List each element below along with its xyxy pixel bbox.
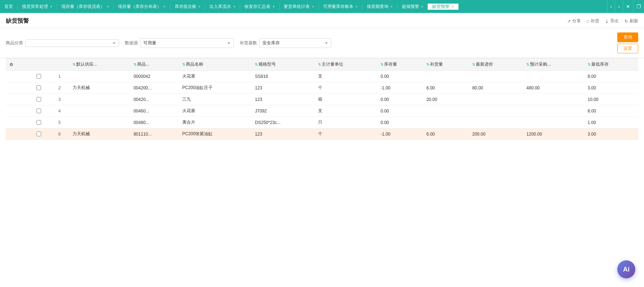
shortage-warning-table: ⚙⇅默认供应...⇅商品...⇅商品名称⇅规格型号⇅主计量单位⇅库存量⇅补货量⇅… [6, 58, 638, 140]
sort-icon-min_stock: ⇅ [588, 62, 591, 66]
tab-restore-btn[interactable]: ✕ [623, 0, 633, 13]
col-header-est_purchase[interactable]: ⇅预计采购... [523, 58, 584, 71]
tab-close-shortage-warning[interactable]: × [452, 5, 454, 9]
tab-demand-stats[interactable]: 要货单统计表× [279, 4, 319, 10]
checkbox-cell-2 [27, 94, 51, 105]
tab-label-defect-processing: 拣货异常处理 [22, 4, 48, 10]
col-header-product_name[interactable]: ⇅商品名称 [179, 58, 252, 71]
row-checkbox-0[interactable] [36, 74, 41, 79]
product_name-3: 火花塞 [179, 105, 252, 117]
row-number-5: 6 [50, 128, 69, 140]
tab-maximize-btn[interactable]: ❐ [633, 0, 644, 13]
tab-inventory-status[interactable]: 现存量（库存状况表）× [57, 4, 114, 10]
row-number-4: 5 [50, 117, 69, 128]
tab-close-demand-stats[interactable]: × [312, 5, 314, 9]
sort-icon-latest_price: ⇅ [472, 62, 475, 66]
tab-nav-buttons: ‹ › ✕ ❐ [607, 0, 644, 13]
latest_price-1: 80.00 [469, 82, 523, 94]
tab-close-receipt-summary[interactable]: × [273, 5, 275, 9]
unit-1: 个 [314, 82, 377, 94]
tab-prev-btn[interactable]: ‹ [607, 0, 615, 13]
table-row: 300420...三九123箱0.0020.0010.00 [6, 94, 638, 105]
replenish-basis-select[interactable]: 安全库存 ▼ [259, 38, 331, 48]
row-checkbox-2[interactable] [36, 97, 41, 102]
row-number-2: 3 [50, 94, 69, 105]
filter-action-buttons: 查询 设置 [617, 32, 638, 53]
replenish-action[interactable]: □ 补货 [587, 18, 599, 24]
unit-0: 支 [314, 71, 377, 82]
col-header-replenish_qty[interactable]: ⇅补货量 [423, 58, 469, 71]
row-checkbox-5[interactable] [36, 132, 41, 136]
settings-button[interactable]: 设置 [617, 44, 638, 53]
checkbox-cell-0 [27, 71, 51, 82]
tab-label-receipt-summary: 收发存汇总表 [244, 4, 270, 10]
tab-label-inout-flow: 出入库流水 [209, 4, 231, 10]
replenish-basis-filter-group: 补货基数 安全库存 ▼ [240, 38, 331, 48]
tab-inventory-dist[interactable]: 现存量（库存分布表）× [114, 4, 170, 10]
stock_qty-2: 0.00 [377, 94, 423, 105]
table-row: 400460...火花塞J7092支0.008.00 [6, 105, 638, 117]
table-row: 6力天机械801110...PC200张紧油缸123个-1.006.00200.… [6, 128, 638, 140]
est_purchase-2 [523, 94, 584, 105]
product_code-0: 0000042 [130, 71, 179, 82]
tab-batch-account[interactable]: 库存批次账× [170, 4, 205, 10]
col-header-min_stock[interactable]: ⇅最低库存 [584, 58, 638, 71]
row-number-0: 1 [50, 71, 69, 82]
spec-0: SS816 [251, 71, 314, 82]
tab-close-overstock-warning[interactable]: × [421, 5, 423, 9]
tab-inout-flow[interactable]: 出入库流水× [205, 4, 240, 10]
est_purchase-0 [523, 71, 584, 82]
export-action[interactable]: ⤓ 导出 [605, 18, 619, 24]
query-button[interactable]: 查询 [617, 32, 638, 42]
stock_qty-1: -1.00 [377, 82, 423, 94]
col-header-gear: ⚙ [6, 58, 27, 71]
col-header-unit[interactable]: ⇅主计量单位 [314, 58, 377, 71]
row-checkbox-4[interactable] [36, 120, 41, 125]
row-checkbox-3[interactable] [36, 109, 41, 113]
tab-close-batch-account[interactable]: × [199, 5, 201, 9]
tab-available-ledger[interactable]: 可用量库存账本× [319, 4, 362, 10]
tab-defect-processing[interactable]: 拣货异常处理× [18, 4, 57, 10]
col-header-stock_qty[interactable]: ⇅库存量 [377, 58, 423, 71]
gear-cell-5 [6, 128, 27, 140]
min_stock-0: 8.00 [584, 71, 638, 82]
spec-3: J7092 [251, 105, 314, 117]
category-select[interactable]: ▼ [25, 39, 119, 47]
col-header-spec[interactable]: ⇅规格型号 [251, 58, 314, 71]
tab-expiry-query[interactable]: 保质期查询× [362, 4, 397, 10]
col-header-product_code[interactable]: ⇅商品... [130, 58, 179, 71]
category-dropdown-arrow: ▼ [112, 41, 116, 45]
product_name-4: 离合片 [179, 117, 252, 128]
stock_qty-0: 0.00 [377, 71, 423, 82]
tab-close-inout-flow[interactable]: × [233, 5, 235, 9]
ai-assistant-button[interactable]: Ai [617, 260, 635, 278]
datasource-value: 可用量 [143, 40, 156, 46]
tab-home[interactable]: 首页 [0, 4, 18, 10]
tab-label-home: 首页 [4, 4, 13, 10]
tab-receipt-summary[interactable]: 收发存汇总表× [240, 4, 279, 10]
col-header-default_supplier[interactable]: ⇅默认供应... [69, 58, 130, 71]
tab-next-btn[interactable]: › [615, 0, 623, 13]
replenish_qty-3 [423, 105, 469, 117]
tab-label-batch-account: 库存批次账 [175, 4, 196, 10]
col-header-latest_price[interactable]: ⇅最新进价 [469, 58, 523, 71]
share-icon: ↗ [567, 19, 571, 24]
refresh-action[interactable]: ↻ 刷新 [625, 18, 638, 24]
sort-icon-replenish_qty: ⇅ [426, 62, 429, 66]
tab-close-expiry-query[interactable]: × [391, 5, 393, 9]
share-action[interactable]: ↗ 分享 [567, 18, 581, 24]
stock_qty-3: 0.00 [377, 105, 423, 117]
tab-close-inventory-dist[interactable]: × [164, 5, 166, 9]
tab-close-defect-processing[interactable]: × [50, 5, 52, 9]
product_name-1: PC200油缸庄子 [179, 82, 252, 94]
default_supplier-3 [69, 105, 130, 117]
tab-close-inventory-status[interactable]: × [107, 5, 109, 9]
datasource-select[interactable]: 可用量 ▼ [140, 38, 234, 48]
row-checkbox-1[interactable] [36, 85, 41, 90]
col-header-rownum [50, 58, 69, 71]
tab-close-available-ledger[interactable]: × [356, 5, 358, 9]
tab-shortage-warning[interactable]: 缺货预警× [428, 4, 458, 10]
tab-overstock-warning[interactable]: 超储预警× [397, 4, 428, 10]
replenish-basis-dropdown-arrow: ▼ [325, 41, 328, 45]
default_supplier-4 [69, 117, 130, 128]
